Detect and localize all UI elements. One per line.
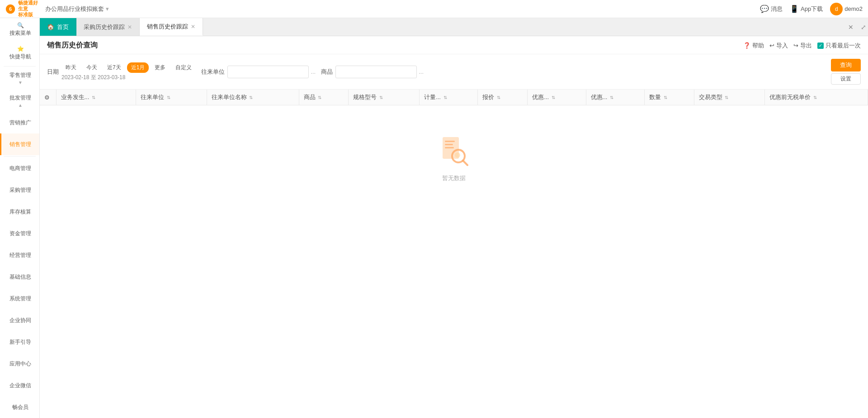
sidebar-item-basic[interactable]: 基础信息 [0, 266, 39, 288]
th-goods: 商品 ⇅ [299, 90, 349, 105]
home-icon: 🏠 [47, 24, 54, 30]
main-layout: 🔍 搜索菜单 ⭐ 快捷导航 零售管理 ▼ 批发管理 ▲ 营销推广 销售管理 电商… [0, 18, 868, 418]
setting-button[interactable]: 设置 [831, 73, 861, 85]
top-bar: 6 畅捷通好生意 标准版 办公用品行业模拟账套 ▾ 💬 消息 📱 App下载 d… [0, 0, 868, 18]
more-btn[interactable]: 更多 [151, 62, 170, 73]
sidebar-item-operations[interactable]: 经营管理 [0, 244, 39, 266]
date-buttons: 昨天 今天 近7天 近1月 更多 自定义 [61, 62, 196, 73]
table-header: ⚙ 业务发生... ⇅ 往来单位 ⇅ 往来单位名称 [40, 90, 868, 105]
sidebar-item-apps[interactable]: 应用中心 [0, 353, 39, 375]
settings-icon[interactable]: ⚙ [44, 94, 50, 101]
sort-icon-quantity[interactable]: ⇅ [664, 95, 667, 100]
logo-text: 畅捷通好生意 标准版 [18, 0, 42, 18]
export-button[interactable]: ↪ 导出 [793, 42, 812, 50]
empty-icon [436, 133, 472, 169]
sort-icon-quoted-price[interactable]: ⇅ [497, 95, 500, 100]
yesterday-btn[interactable]: 昨天 [61, 62, 80, 73]
last7-btn[interactable]: 近7天 [103, 62, 125, 73]
sort-icon-spec[interactable]: ⇅ [379, 95, 383, 100]
message-icon: 💬 [760, 5, 769, 13]
sidebar-item-wechat[interactable]: 企业微信 [0, 375, 39, 396]
dropdown-icon[interactable]: ▾ [106, 5, 109, 12]
sort-icon-tax-price[interactable]: ⇅ [813, 95, 817, 100]
sort-icon-discount2[interactable]: ⇅ [610, 95, 613, 100]
svg-rect-4 [445, 144, 453, 145]
app-download-button[interactable]: 📱 App下载 [790, 5, 823, 13]
th-quantity: 数量 ⇅ [644, 90, 694, 105]
sidebar-item-system[interactable]: 系统管理 [0, 288, 39, 309]
close-window-button[interactable]: ✕ [846, 23, 855, 32]
tab-purchase-history[interactable]: 采购历史价跟踪 ✕ [76, 18, 140, 36]
sidebar-item-guide[interactable]: 新手引导 [0, 331, 39, 353]
checkbox-icon: ✓ [817, 43, 824, 49]
help-button[interactable]: ❓ 帮助 [743, 42, 764, 50]
th-spec: 规格型号 ⇅ [349, 90, 420, 105]
tab-close-sales[interactable]: ✕ [191, 24, 195, 30]
goods-dots[interactable]: ... [419, 68, 424, 75]
svg-line-7 [463, 161, 467, 165]
sort-icon-discount1[interactable]: ⇅ [552, 95, 555, 100]
th-discount2: 优惠... ⇅ [586, 90, 644, 105]
tab-spacer [203, 18, 843, 36]
tab-sales-history[interactable]: 销售历史价跟踪 ✕ [140, 18, 203, 36]
sort-icon-biz-date[interactable]: ⇅ [92, 95, 95, 100]
page-actions: ❓ 帮助 ↩ 导入 ↪ 导出 ✓ 只看最后一次 [743, 42, 861, 50]
import-button[interactable]: ↩ 导入 [769, 42, 788, 50]
empty-state: 暂无数据 [40, 105, 868, 209]
help-icon: ❓ [743, 42, 750, 49]
th-biz-date: 业务发生... ⇅ [56, 90, 136, 105]
sidebar-item-shortcut[interactable]: ⭐ 快捷导航 [0, 42, 39, 65]
goods-input[interactable] [335, 66, 417, 78]
sidebar-divider-2 [4, 156, 36, 157]
sidebar-item-ecommerce[interactable]: 电商管理 [0, 157, 39, 179]
last-only-checkbox[interactable]: ✓ 只看最后一次 [817, 42, 861, 50]
sidebar-item-member[interactable]: 畅会员 [0, 396, 39, 418]
sort-icon-deal-type[interactable]: ⇅ [725, 95, 728, 100]
sort-icon-goods[interactable]: ⇅ [318, 95, 321, 100]
user-menu[interactable]: d demo2 [830, 3, 863, 15]
sidebar-item-enterprise[interactable]: 企业协同 [0, 309, 39, 331]
filter-actions: 查询 设置 [831, 59, 861, 85]
message-button[interactable]: 💬 消息 [760, 5, 783, 13]
goods-filter-group: 商品 ... [321, 66, 424, 78]
last1m-btn[interactable]: 近1月 [127, 62, 149, 73]
goods-filter-label: 商品 [321, 68, 333, 76]
logo: 6 畅捷通好生意 标准版 [5, 0, 42, 18]
custom-btn[interactable]: 自定义 [171, 62, 196, 73]
partner-filter-group: 往来单位 ... [201, 66, 316, 78]
th-partner-code: 往来单位 ⇅ [136, 90, 207, 105]
sidebar-item-wholesale[interactable]: 批发管理 ▲ [0, 90, 39, 112]
th-tax-price: 优惠前无税单价 ⇅ [765, 90, 868, 105]
th-discount1: 优惠... ⇅ [528, 90, 586, 105]
tab-close-purchase[interactable]: ✕ [127, 24, 132, 30]
shortcut-icon: ⭐ [17, 46, 24, 52]
sort-icon-partner-name[interactable]: ⇅ [249, 95, 253, 100]
export-icon: ↪ [793, 42, 798, 49]
sort-icon-partner-code[interactable]: ⇅ [167, 95, 170, 100]
sidebar-item-finance[interactable]: 资金管理 [0, 223, 39, 244]
sidebar-item-retail[interactable]: 零售管理 ▼ [0, 67, 39, 90]
svg-rect-3 [445, 141, 455, 142]
sort-icon-unit[interactable]: ⇅ [443, 95, 447, 100]
sidebar-item-inventory[interactable]: 库存核算 [0, 201, 39, 223]
sidebar-item-sales[interactable]: 销售管理 [0, 133, 39, 155]
sidebar-item-search[interactable]: 🔍 搜索菜单 [0, 18, 39, 42]
logo-icon: 6 [5, 3, 15, 15]
search-icon: 🔍 [17, 22, 24, 28]
sidebar-item-purchase[interactable]: 采购管理 [0, 179, 39, 201]
today-btn[interactable]: 今天 [82, 62, 101, 73]
table-area: ⚙ 业务发生... ⇅ 往来单位 ⇅ 往来单位名称 [40, 90, 868, 418]
chevron-up-icon: ▲ [18, 103, 23, 108]
tab-home[interactable]: 🏠 首页 [40, 18, 76, 36]
date-filter-label: 日期 [47, 68, 59, 76]
partner-dots[interactable]: ... [311, 68, 316, 75]
sidebar-item-marketing[interactable]: 营销推广 [0, 112, 39, 133]
partner-filter-label: 往来单位 [201, 68, 225, 76]
top-right: 💬 消息 📱 App下载 d demo2 [760, 3, 863, 15]
th-settings: ⚙ [40, 90, 56, 105]
maximize-window-button[interactable]: ⤢ [859, 23, 868, 32]
date-range-text: 2023-02-18 至 2023-03-18 [61, 74, 196, 81]
data-table: ⚙ 业务发生... ⇅ 往来单位 ⇅ 往来单位名称 [40, 90, 868, 105]
partner-input[interactable] [227, 66, 309, 78]
query-button[interactable]: 查询 [831, 59, 861, 71]
